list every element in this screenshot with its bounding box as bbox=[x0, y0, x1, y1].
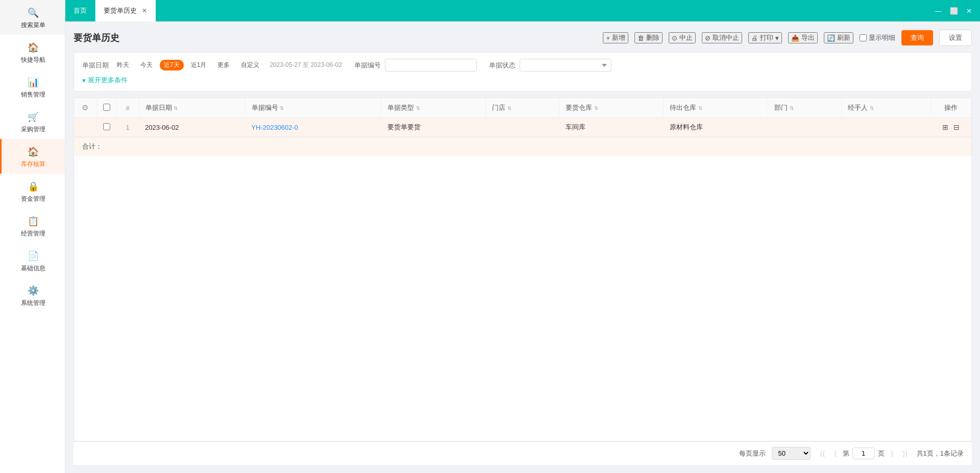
cancel-stop-button[interactable]: ⊘ 取消中止 bbox=[702, 32, 742, 43]
date-btn-today[interactable]: 今天 bbox=[136, 60, 157, 70]
quick-nav-icon: 🏠 bbox=[28, 42, 39, 53]
date-btn-7days[interactable]: 近7天 bbox=[160, 60, 184, 70]
table-body: 1 2023-06-02 YH-20230602-0 要货单要货 车间库 原材料… bbox=[74, 118, 971, 137]
th-num: # bbox=[116, 98, 139, 118]
date-btn-more[interactable]: 更多 bbox=[213, 60, 234, 70]
sidebar-item-search[interactable]: 🔍 搜索菜单 bbox=[0, 0, 65, 35]
td-req-warehouse: 车间库 bbox=[559, 118, 664, 137]
page-prev-btn[interactable]: ⟨ bbox=[831, 448, 840, 459]
status-select[interactable] bbox=[520, 59, 611, 72]
filter-dates: 昨天 今天 近7天 近1月 更多 自定义 bbox=[113, 60, 263, 70]
table-header-row: ⚙ # 单据日期 ⇅ 单据编号 bbox=[74, 98, 971, 118]
date-btn-yesterday[interactable]: 昨天 bbox=[113, 60, 133, 70]
query-button[interactable]: 查询 bbox=[901, 30, 933, 45]
print-dropdown-icon: ▾ bbox=[775, 34, 779, 42]
td-num: 1 bbox=[116, 118, 139, 137]
td-department bbox=[768, 118, 842, 137]
stop-icon: ⊙ bbox=[672, 34, 677, 42]
sidebar-item-label: 资金管理 bbox=[21, 195, 45, 203]
th-checkbox[interactable] bbox=[96, 98, 116, 118]
sidebar-item-operations[interactable]: 📋 经营管理 bbox=[0, 208, 65, 243]
date-filter: 单据日期 昨天 今天 近7天 近1月 更多 自定义 2023-05-27 至 2… bbox=[82, 60, 342, 70]
new-button[interactable]: + 新增 bbox=[603, 32, 628, 43]
data-table: ⚙ # 单据日期 ⇅ 单据编号 bbox=[74, 98, 971, 137]
th-store[interactable]: 门店 ⇅ bbox=[486, 98, 559, 118]
th-req-warehouse[interactable]: 要货仓库 ⇅ bbox=[559, 98, 664, 118]
table-settings-gear-icon[interactable]: ⚙ bbox=[82, 103, 88, 112]
th-department[interactable]: 部门 ⇅ bbox=[768, 98, 842, 118]
expand-more-btn[interactable]: ▾ 展开更多条件 bbox=[82, 76, 963, 85]
date-btn-custom[interactable]: 自定义 bbox=[237, 60, 263, 70]
row-checkbox[interactable] bbox=[103, 123, 110, 130]
tab-requisition-history[interactable]: 要货单历史 ✕ bbox=[95, 0, 156, 21]
td-docno: YH-20230602-0 bbox=[245, 118, 381, 137]
delete-button[interactable]: 🗑 删除 bbox=[634, 32, 663, 43]
purchase-icon: 🛒 bbox=[28, 111, 39, 123]
row-more-icon[interactable]: ⊟ bbox=[953, 123, 960, 131]
td-checkbox[interactable] bbox=[96, 118, 116, 137]
row-edit-icon[interactable]: ⊞ bbox=[942, 123, 948, 131]
print-button[interactable]: 🖨 打印 ▾ bbox=[748, 32, 782, 43]
date-btn-1month[interactable]: 近1月 bbox=[187, 60, 211, 70]
pagination-bar: 每页显示 10 20 50 100 ⟨⟨ ⟨ 第 页 ⟩ ⟩⟩ 共1页，1条记录 bbox=[74, 441, 972, 465]
main-area: 首页 要货单历史 ✕ — ⬜ ✕ 要货单历史 + 新增 🗑 删除 bbox=[65, 0, 980, 473]
sort-dept-icon: ⇅ bbox=[790, 105, 794, 111]
th-date[interactable]: 单据日期 ⇅ bbox=[139, 98, 245, 118]
th-handler[interactable]: 经手人 ⇅ bbox=[842, 98, 930, 118]
docno-input[interactable] bbox=[385, 59, 477, 72]
sidebar-item-sales[interactable]: 📊 销售管理 bbox=[0, 69, 65, 104]
refresh-button[interactable]: 🔄 刷新 bbox=[824, 32, 853, 43]
sort-doctype-icon: ⇅ bbox=[416, 105, 420, 111]
status-filter: 单据状态 bbox=[489, 59, 611, 72]
inventory-icon: 🏠 bbox=[28, 146, 39, 157]
window-close-btn[interactable]: ✕ bbox=[966, 7, 972, 15]
page-size-select[interactable]: 10 20 50 100 bbox=[772, 447, 811, 460]
export-icon: 📤 bbox=[791, 34, 799, 42]
summary-label: 合计： bbox=[82, 142, 102, 151]
page-last-btn[interactable]: ⟩⟩ bbox=[899, 448, 911, 459]
sidebar-item-finance[interactable]: 🔒 资金管理 bbox=[0, 174, 65, 208]
content-area: 要货单历史 + 新增 🗑 删除 ⊙ 中止 ⊘ 取消中止 bbox=[65, 21, 980, 473]
sidebar-item-system[interactable]: ⚙️ 系统管理 bbox=[0, 278, 65, 313]
sidebar-item-quicknav[interactable]: 🏠 快捷导航 bbox=[0, 35, 65, 69]
page-nav: ⟨⟨ ⟨ 第 页 ⟩ ⟩⟩ bbox=[817, 447, 911, 459]
sort-pendingwarehouse-icon: ⇅ bbox=[698, 105, 702, 111]
window-maximize-btn[interactable]: ⬜ bbox=[950, 7, 958, 15]
page-next-btn[interactable]: ⟩ bbox=[888, 448, 896, 459]
th-doctype[interactable]: 单据类型 ⇅ bbox=[381, 98, 486, 118]
settings-button[interactable]: 设置 bbox=[939, 30, 972, 46]
sort-handler-icon: ⇅ bbox=[870, 105, 874, 111]
sidebar-item-purchase[interactable]: 🛒 采购管理 bbox=[0, 104, 65, 139]
th-settings[interactable]: ⚙ bbox=[74, 98, 96, 118]
tab-home[interactable]: 首页 bbox=[65, 0, 95, 21]
sidebar-item-label: 基础信息 bbox=[21, 264, 45, 273]
sidebar-item-basic[interactable]: 📄 基础信息 bbox=[0, 243, 65, 278]
system-icon: ⚙️ bbox=[28, 285, 39, 296]
sidebar-item-inventory[interactable]: 🏠 库存核算 bbox=[0, 139, 65, 174]
export-button[interactable]: 📤 导出 bbox=[788, 32, 818, 43]
sidebar: 🔍 搜索菜单 🏠 快捷导航 📊 销售管理 🛒 采购管理 🏠 库存核算 🔒 资金管… bbox=[0, 0, 65, 473]
date-filter-label: 单据日期 bbox=[82, 61, 109, 70]
sort-reqwarehouse-icon: ⇅ bbox=[594, 105, 598, 111]
sidebar-item-label: 系统管理 bbox=[21, 299, 45, 308]
display-detail-checkbox[interactable] bbox=[860, 34, 867, 41]
select-all-checkbox[interactable] bbox=[103, 104, 110, 111]
doc-link[interactable]: YH-20230602-0 bbox=[251, 124, 298, 131]
th-docno[interactable]: 单据编号 ⇅ bbox=[245, 98, 381, 118]
display-detail-toggle[interactable]: 显示明细 bbox=[860, 33, 895, 42]
expand-icon: ▾ bbox=[82, 77, 86, 84]
sidebar-item-label: 库存核算 bbox=[21, 160, 45, 169]
docno-filter-label: 单据编号 bbox=[354, 61, 381, 70]
td-handler bbox=[842, 118, 930, 137]
td-date: 2023-06-02 bbox=[139, 118, 245, 137]
sidebar-item-label: 快捷导航 bbox=[21, 56, 45, 64]
page-input[interactable] bbox=[852, 447, 875, 459]
content-body: ⚙ # 单据日期 ⇅ 单据编号 bbox=[74, 98, 972, 465]
stop-button[interactable]: ⊙ 中止 bbox=[669, 32, 696, 43]
tab-close-icon[interactable]: ✕ bbox=[142, 7, 147, 14]
status-filter-label: 单据状态 bbox=[489, 61, 516, 70]
window-minimize-btn[interactable]: — bbox=[935, 7, 942, 15]
page-label: 页 bbox=[878, 449, 885, 458]
page-first-btn[interactable]: ⟨⟨ bbox=[817, 448, 828, 459]
th-pending-warehouse[interactable]: 待出仓库 ⇅ bbox=[664, 98, 768, 118]
